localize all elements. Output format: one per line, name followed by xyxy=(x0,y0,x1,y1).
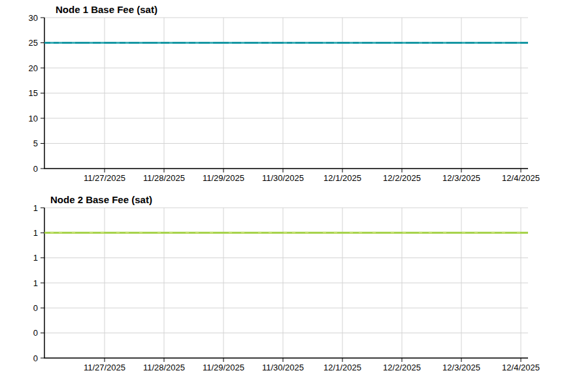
point-marker xyxy=(462,42,465,44)
point-marker xyxy=(90,42,93,44)
y-tick-label: 15 xyxy=(29,88,38,98)
x-tick-label: 11/28/2025 xyxy=(143,363,185,372)
y-tick-label: 0 xyxy=(33,303,38,313)
point-marker xyxy=(139,42,142,44)
x-tick-label: 12/1/2025 xyxy=(323,173,361,183)
point-marker xyxy=(210,232,213,234)
y-tick-label: 1 xyxy=(33,228,38,238)
point-marker xyxy=(292,232,295,234)
y-tick-label: 1 xyxy=(33,203,38,213)
point-marker xyxy=(292,42,295,44)
point-marker xyxy=(72,42,75,44)
point-marker xyxy=(101,232,104,234)
point-marker xyxy=(116,232,120,234)
point-marker xyxy=(517,232,520,234)
point-marker xyxy=(125,42,129,44)
point-marker xyxy=(195,232,199,234)
y-tick-label: 30 xyxy=(29,13,38,23)
x-tick-label: 11/30/2025 xyxy=(262,363,304,372)
point-marker xyxy=(229,42,232,44)
point-marker xyxy=(334,42,337,44)
y-tick-label: 1 xyxy=(33,253,38,263)
y-tick-label: 25 xyxy=(29,38,38,48)
y-tick-label: 1 xyxy=(33,278,38,288)
x-tick-label: 11/28/2025 xyxy=(143,173,185,183)
point-marker xyxy=(443,232,446,234)
x-tick-label: 12/2/2025 xyxy=(383,363,421,372)
y-tick-label: 5 xyxy=(33,139,38,148)
y-tick-label: 0 xyxy=(33,328,38,338)
point-marker xyxy=(359,232,362,234)
x-tick-label: 11/27/2025 xyxy=(84,363,125,372)
point-marker xyxy=(241,42,244,44)
point-marker xyxy=(323,232,326,234)
x-tick-label: 11/29/2025 xyxy=(203,363,244,372)
point-marker xyxy=(169,232,173,234)
x-tick-label: 12/4/2025 xyxy=(502,173,540,183)
point-marker xyxy=(403,42,406,44)
x-tick-label: 11/30/2025 xyxy=(262,173,304,183)
point-marker xyxy=(269,232,272,234)
point-marker xyxy=(50,42,54,44)
point-marker xyxy=(323,42,326,44)
point-marker xyxy=(269,42,272,44)
y-tick-label: 20 xyxy=(29,63,38,73)
chart-2-title: Node 2 Base Fee (sat) xyxy=(50,194,152,205)
x-tick-label: 12/1/2025 xyxy=(323,363,361,372)
point-marker xyxy=(419,42,422,44)
point-marker xyxy=(59,42,62,44)
point-marker xyxy=(350,42,353,44)
x-tick-label: 11/27/2025 xyxy=(84,173,125,183)
point-marker xyxy=(241,232,244,234)
point-marker xyxy=(157,232,161,234)
point-marker xyxy=(334,232,337,234)
point-marker xyxy=(462,232,465,234)
point-marker xyxy=(116,42,120,44)
point-marker xyxy=(350,232,353,234)
point-marker xyxy=(50,232,54,234)
point-marker xyxy=(59,232,62,234)
point-marker xyxy=(258,42,261,44)
point-marker xyxy=(419,232,422,234)
point-marker xyxy=(517,42,520,44)
point-marker xyxy=(491,42,495,44)
chart-1-title: Node 1 Base Fee (sat) xyxy=(56,4,157,15)
point-marker xyxy=(229,232,232,234)
point-marker xyxy=(72,232,75,234)
point-marker xyxy=(502,232,505,234)
x-tick-label: 11/29/2025 xyxy=(203,173,244,183)
point-marker xyxy=(391,42,394,44)
point-marker xyxy=(443,42,446,44)
point-marker xyxy=(502,42,505,44)
point-marker xyxy=(305,42,308,44)
point-marker xyxy=(169,42,173,44)
point-marker xyxy=(157,42,161,44)
x-tick-label: 12/2/2025 xyxy=(383,173,421,183)
point-marker xyxy=(474,42,478,44)
point-marker xyxy=(195,42,199,44)
point-marker xyxy=(186,232,189,234)
point-marker xyxy=(284,232,287,234)
y-tick-label: 0 xyxy=(33,353,38,363)
point-marker xyxy=(391,232,394,234)
point-marker xyxy=(305,232,308,234)
point-marker xyxy=(429,232,432,234)
point-marker xyxy=(491,232,495,234)
point-marker xyxy=(474,232,478,234)
point-marker xyxy=(210,42,213,44)
x-tick-label: 12/3/2025 xyxy=(442,173,480,183)
point-marker xyxy=(258,232,261,234)
x-tick-label: 12/3/2025 xyxy=(442,363,480,372)
chart-dashboard: 30252015105011/27/202511/28/202511/29/20… xyxy=(0,0,562,392)
y-tick-label: 0 xyxy=(33,164,38,174)
point-marker xyxy=(403,232,406,234)
point-marker xyxy=(90,232,93,234)
point-marker xyxy=(101,42,104,44)
point-marker xyxy=(359,42,362,44)
y-tick-label: 10 xyxy=(29,114,38,123)
point-marker xyxy=(139,232,142,234)
point-marker xyxy=(284,42,287,44)
point-marker xyxy=(372,232,376,234)
point-marker xyxy=(186,42,189,44)
x-tick-label: 12/4/2025 xyxy=(502,363,540,372)
